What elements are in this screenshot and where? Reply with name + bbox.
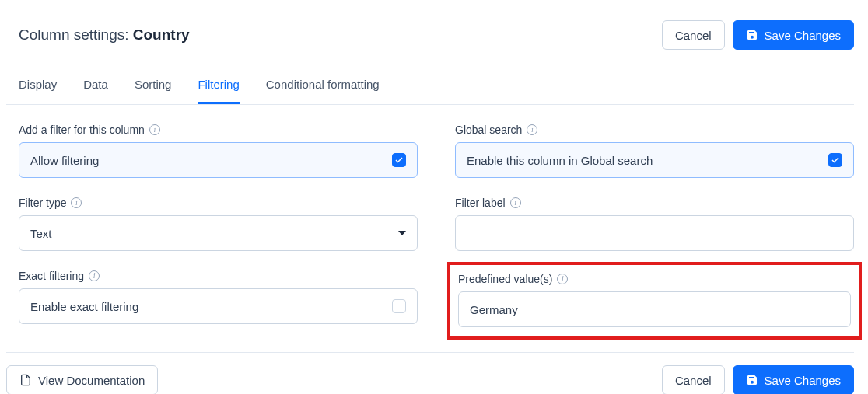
filter-label-input[interactable] [467, 227, 842, 240]
tab-display[interactable]: Display [19, 68, 57, 104]
page-title: Column settings: Country [19, 26, 190, 44]
add-filter-checkbox[interactable] [392, 153, 406, 167]
info-icon[interactable] [557, 274, 568, 284]
exact-filtering-value: Enable exact filtering [30, 300, 138, 313]
add-filter-value: Allow filtering [30, 154, 99, 167]
filter-type-label: Filter type [19, 197, 66, 209]
filter-label-label: Filter label [455, 197, 506, 209]
tab-filtering[interactable]: Filtering [198, 68, 239, 104]
global-search-label: Global search [455, 124, 522, 136]
tab-conditional-formatting[interactable]: Conditional formatting [266, 68, 380, 104]
field-add-filter: Add a filter for this column Allow filte… [19, 124, 418, 178]
add-filter-label: Add a filter for this column [19, 124, 145, 136]
view-documentation-label: View Documentation [38, 374, 145, 387]
filter-type-select[interactable]: Text [19, 215, 418, 251]
field-global-search: Global search Enable this column in Glob… [455, 124, 854, 178]
footer-save-changes-button[interactable]: Save Changes [733, 365, 854, 394]
view-documentation-button[interactable]: View Documentation [6, 365, 158, 394]
add-filter-control[interactable]: Allow filtering [19, 142, 418, 178]
save-icon [746, 29, 758, 41]
cancel-button[interactable]: Cancel [662, 20, 725, 50]
field-predefined-values: Predefined value(s) [455, 270, 854, 330]
info-icon[interactable] [71, 197, 82, 208]
title-prefix: Column settings: [19, 26, 133, 43]
info-icon[interactable] [527, 124, 537, 135]
column-name: Country [133, 26, 190, 43]
filter-label-input-wrap [455, 215, 854, 251]
exact-filtering-label: Exact filtering [19, 270, 84, 282]
info-icon[interactable] [89, 270, 100, 281]
document-icon [19, 374, 32, 386]
footer-save-label: Save Changes [765, 374, 841, 387]
exact-filtering-checkbox[interactable] [392, 299, 406, 313]
highlight-box: Predefined value(s) [447, 262, 862, 340]
global-search-checkbox[interactable] [828, 153, 842, 167]
predefined-label: Predefined value(s) [458, 273, 552, 285]
global-search-control[interactable]: Enable this column in Global search [455, 142, 854, 178]
field-filter-label: Filter label [455, 197, 854, 251]
tab-sorting[interactable]: Sorting [135, 68, 172, 104]
tabs-bar: Display Data Sorting Filtering Condition… [6, 68, 854, 105]
predefined-input-wrap [458, 291, 851, 327]
global-search-value: Enable this column in Global search [467, 154, 653, 167]
exact-filtering-control[interactable]: Enable exact filtering [19, 288, 418, 324]
save-button-label: Save Changes [765, 29, 841, 42]
predefined-input[interactable] [470, 303, 839, 316]
save-changes-button[interactable]: Save Changes [733, 20, 854, 50]
filter-type-value: Text [30, 227, 52, 240]
footer-cancel-button[interactable]: Cancel [662, 365, 725, 394]
save-icon [746, 374, 758, 386]
info-icon[interactable] [510, 197, 521, 208]
tab-data[interactable]: Data [83, 68, 108, 104]
chevron-down-icon [398, 231, 406, 235]
field-filter-type: Filter type Text [19, 197, 418, 251]
field-exact-filtering: Exact filtering Enable exact filtering [19, 270, 418, 330]
info-icon[interactable] [149, 124, 160, 135]
